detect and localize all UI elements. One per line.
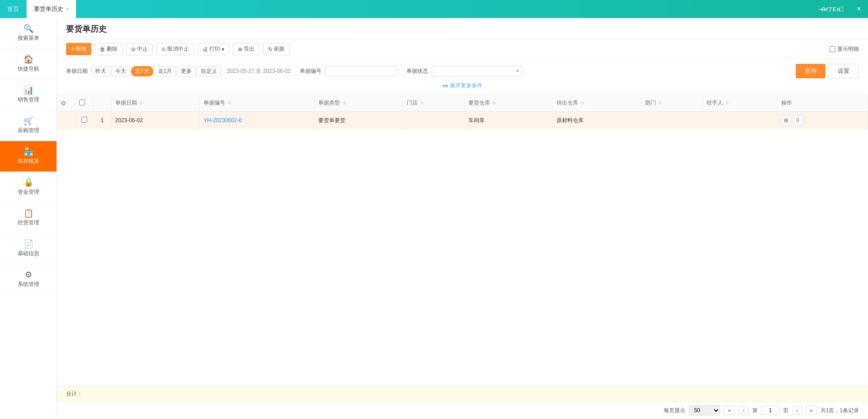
col-dept: 部门 ⇅ bbox=[641, 95, 703, 112]
refresh-button[interactable]: ↻ 刷新 bbox=[263, 43, 290, 55]
filter-row-1: 单据日期 昨天 今天 近7天 近1月 更多 自定义 2023-05-27 至 2… bbox=[66, 64, 859, 78]
order-no-label: 单据编号 bbox=[300, 67, 321, 75]
sidebar-item-purchase[interactable]: 🛒 采购管理 bbox=[0, 110, 57, 141]
sidebar-item-label-sales: 销售管理 bbox=[18, 96, 39, 104]
display-detail-checkbox[interactable] bbox=[830, 46, 835, 52]
col-pending-warehouse-sort[interactable]: ⇅ bbox=[581, 100, 585, 105]
table-row: 1 2023-06-02 YH-20230602-0 要货单要货 车间库 原材料… bbox=[57, 112, 868, 129]
table-header: ⚙ 单据日期 ⇅ 单据编号 ⇅ bbox=[57, 95, 868, 112]
status-select[interactable] bbox=[432, 66, 522, 76]
order-no-input[interactable] bbox=[325, 66, 397, 76]
col-dept-sort[interactable]: ⇅ bbox=[658, 100, 662, 105]
delete-icon: 🗑 bbox=[100, 46, 105, 52]
prev-page-button[interactable]: ‹ bbox=[739, 406, 749, 415]
filter-group-order-no: 单据编号 bbox=[300, 66, 397, 76]
sidebar-item-label-quick-nav: 快捷导航 bbox=[18, 65, 39, 73]
system-icon: ⚙ bbox=[25, 271, 32, 279]
date-btn-yesterday[interactable]: 昨天 bbox=[91, 66, 110, 76]
row-dept-cell bbox=[641, 112, 703, 129]
first-page-button[interactable]: « bbox=[724, 406, 735, 415]
sidebar-item-system[interactable]: ⚙ 系统管理 bbox=[0, 264, 57, 295]
data-table: ⚙ 单据日期 ⇅ 单据编号 ⇅ bbox=[57, 95, 868, 129]
date-btn-last7days[interactable]: 近7天 bbox=[131, 66, 153, 76]
date-filter-buttons: 昨天 今天 近7天 近1月 更多 自定义 bbox=[91, 66, 221, 76]
content-area: 要货单历史 + 新增 🗑 删除 ⊘ 中止 ⊙ 取消中止 🖨 打印 ▾ bbox=[57, 18, 868, 419]
purchase-icon: 🛒 bbox=[24, 117, 33, 125]
print-icon: 🖨 bbox=[203, 46, 208, 52]
quick-nav-icon: 🏠 bbox=[24, 55, 33, 63]
row-order-no-link[interactable]: YH-20230602-0 bbox=[203, 117, 242, 124]
tab-home[interactable]: 首页 bbox=[0, 0, 27, 18]
filter-group-date: 单据日期 昨天 今天 近7天 近1月 更多 自定义 2023-05-27 至 2… bbox=[66, 66, 291, 76]
page-size-select[interactable]: 10 20 50 100 bbox=[689, 405, 720, 415]
expand-row: ▾▾ 展开更多条件 bbox=[66, 82, 859, 90]
last-page-button[interactable]: » bbox=[806, 406, 817, 415]
display-detail-toggle[interactable]: 显示明细 bbox=[830, 45, 859, 53]
cancel-stop-button[interactable]: ⊙ 取消中止 bbox=[156, 43, 194, 55]
col-order-type-sort[interactable]: ⇅ bbox=[343, 100, 346, 105]
expand-more-label: 展开更多条件 bbox=[450, 82, 482, 90]
minimize-button[interactable]: — bbox=[814, 0, 832, 18]
delete-button[interactable]: 🗑 删除 bbox=[95, 43, 123, 55]
page-size-label: 每页显示 bbox=[664, 407, 685, 414]
stop-button[interactable]: ⊘ 中止 bbox=[126, 43, 153, 55]
row-pending-warehouse-cell: 原材料仓库 bbox=[553, 112, 642, 129]
setting-button[interactable]: 设置 bbox=[828, 64, 859, 78]
export-button[interactable]: ⊕ 导出 bbox=[233, 43, 259, 55]
col-handler-sort[interactable]: ⇅ bbox=[725, 100, 729, 105]
table-body: 1 2023-06-02 YH-20230602-0 要货单要货 车间库 原材料… bbox=[57, 112, 868, 129]
sidebar-item-label-search-menu: 搜索菜单 bbox=[18, 34, 39, 42]
select-all-checkbox[interactable] bbox=[79, 100, 85, 105]
filter-group-status: 单据状态 bbox=[406, 66, 522, 76]
col-date-sort[interactable]: ⇅ bbox=[139, 100, 143, 105]
query-button[interactable]: 查询 bbox=[796, 64, 826, 78]
tab-order-history[interactable]: 要货单历史 × bbox=[27, 0, 76, 18]
col-order-no-sort[interactable]: ⇅ bbox=[228, 100, 231, 105]
date-btn-today[interactable]: 今天 bbox=[111, 66, 130, 76]
print-button[interactable]: 🖨 打印 ▾ bbox=[198, 43, 229, 55]
page-prefix: 第 bbox=[752, 407, 758, 414]
sidebar-item-search-menu[interactable]: 🔍 搜索菜单 bbox=[0, 18, 57, 49]
row-view-button[interactable]: ⊞ bbox=[781, 115, 791, 125]
sidebar-item-inventory[interactable]: 🏪 库存核算 bbox=[0, 141, 57, 172]
sidebar-item-quick-nav[interactable]: 🏠 快捷导航 bbox=[0, 49, 57, 80]
date-btn-last-month[interactable]: 近1月 bbox=[154, 66, 176, 76]
expand-more-button[interactable]: ▾▾ 展开更多条件 bbox=[443, 82, 482, 90]
sidebar-item-operations[interactable]: 📋 经营管理 bbox=[0, 203, 57, 233]
tab-home-label: 首页 bbox=[7, 5, 19, 13]
col-req-warehouse-sort[interactable]: ⇅ bbox=[492, 100, 496, 105]
cancel-stop-icon: ⊙ bbox=[161, 46, 166, 52]
add-button[interactable]: + 新增 bbox=[66, 43, 91, 55]
row-date-cell: 2023-06-02 bbox=[111, 112, 200, 129]
col-order-no: 单据编号 ⇅ bbox=[200, 95, 315, 112]
row-checkbox[interactable] bbox=[81, 117, 87, 123]
column-settings-button[interactable]: ⚙ bbox=[61, 100, 66, 107]
next-page-button[interactable]: › bbox=[792, 406, 802, 415]
toolbar: + 新增 🗑 删除 ⊘ 中止 ⊙ 取消中止 🖨 打印 ▾ ⊕ 导出 bbox=[57, 39, 868, 59]
col-dept-label: 部门 bbox=[645, 100, 656, 106]
status-select-wrapper bbox=[432, 66, 522, 76]
sidebar-item-label-operations: 经营管理 bbox=[18, 219, 39, 227]
col-order-no-label: 单据编号 bbox=[203, 100, 225, 106]
close-window-button[interactable]: × bbox=[850, 0, 868, 18]
finance-icon: 🔒 bbox=[24, 178, 33, 186]
export-icon: ⊕ bbox=[238, 46, 242, 52]
sidebar-item-label-system: 系统管理 bbox=[18, 281, 39, 288]
date-range-text: 2023-05-27 至 2023-06-02 bbox=[226, 67, 290, 75]
col-store-sort[interactable]: ⇅ bbox=[420, 100, 424, 105]
sidebar-item-basic-info[interactable]: 📄 基础信息 bbox=[0, 233, 57, 264]
page-title: 要货单历史 bbox=[66, 24, 859, 34]
maximize-button[interactable]: □ bbox=[832, 0, 850, 18]
row-edit-button[interactable]: ⠿ bbox=[793, 115, 803, 125]
date-btn-more[interactable]: 更多 bbox=[177, 66, 196, 76]
col-pending-warehouse-label: 待出仓库 bbox=[557, 100, 578, 106]
tab-close-icon[interactable]: × bbox=[66, 6, 69, 12]
row-settings-cell bbox=[57, 112, 75, 129]
col-num bbox=[93, 95, 111, 112]
sidebar-item-finance[interactable]: 🔒 资金管理 bbox=[0, 172, 57, 203]
sidebar-item-sales[interactable]: 📊 销售管理 bbox=[0, 80, 57, 110]
page-num-input[interactable] bbox=[761, 406, 779, 415]
filter-action-group: 查询 设置 bbox=[796, 64, 859, 78]
date-btn-custom[interactable]: 自定义 bbox=[197, 66, 221, 76]
page-header: 要货单历史 bbox=[57, 18, 868, 39]
